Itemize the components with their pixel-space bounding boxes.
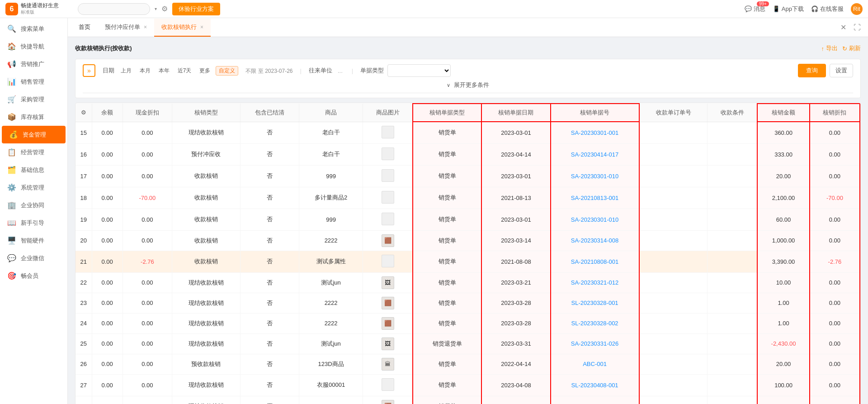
th-verify-discount: 核销折扣: [810, 104, 860, 122]
message-icon-area[interactable]: 💬 消息 99+: [745, 5, 765, 13]
tab-prepay[interactable]: 预付冲应付单 ×: [98, 19, 154, 37]
cell-row-num: 20: [75, 230, 92, 251]
cell-verify-type: 收款核销: [172, 165, 241, 187]
verify-num-link[interactable]: SA-20210808-001: [571, 258, 619, 265]
expand-more-button[interactable]: ∨ 展开更多条件: [447, 81, 489, 89]
verify-num-link[interactable]: SA-20210813-001: [571, 195, 619, 201]
bill-type-select[interactable]: [387, 64, 451, 77]
tab-fullscreen-icon[interactable]: ⛶: [852, 22, 863, 33]
top-search-input[interactable]: [78, 3, 150, 15]
setting-button[interactable]: 设置: [830, 64, 853, 77]
cell-verify-amount: 1.00: [757, 293, 810, 313]
sidebar-item-business[interactable]: 📋 经营管理: [0, 143, 67, 161]
date-option-this-month[interactable]: 本月: [137, 66, 153, 76]
cell-verify-type: 现结收款核销: [172, 293, 241, 313]
date-option-this-year[interactable]: 本年: [156, 66, 172, 76]
cell-row-num: 27: [75, 374, 92, 396]
industry-solution-button[interactable]: 休验行业方案: [172, 3, 220, 15]
cell-goods: 2222: [299, 396, 363, 404]
th-cash-discount: 现金折扣: [123, 104, 172, 122]
table-row: 26 0.00 0.00 预收款核销 否 123D商品 🏛 销货单 2022-0…: [75, 354, 860, 374]
tab-home[interactable]: 首页: [71, 19, 98, 37]
export-button[interactable]: ↑ 导出: [821, 44, 838, 52]
verify-num-link[interactable]: SA-20230331-026: [571, 340, 619, 347]
app-name: 畅捷通谱好生意: [21, 2, 59, 10]
sidebar-item-finance[interactable]: 💰 资金管理: [2, 126, 66, 143]
sidebar-item-member[interactable]: 🎯 畅会员: [0, 267, 67, 285]
sidebar-item-quicknav[interactable]: 🏠 快捷导航: [0, 38, 67, 55]
cell-verify-amount: 333.00: [757, 143, 810, 165]
cell-include-settled: 否: [240, 354, 299, 374]
refresh-button[interactable]: ↻ 刷新: [842, 44, 861, 52]
filter-expand-left[interactable]: »: [83, 64, 95, 77]
verify-num-link[interactable]: ABC-001: [583, 361, 607, 367]
query-button[interactable]: 查询: [798, 64, 826, 77]
th-goods: 商品: [299, 104, 363, 122]
date-option-last-month[interactable]: 上月: [118, 66, 134, 76]
verify-num-link[interactable]: SA-20230301-010: [571, 173, 619, 180]
cell-verify-bill-type: 销货单: [413, 143, 481, 165]
date-option-more[interactable]: 更多: [197, 66, 213, 76]
sidebar-item-hardware[interactable]: 🖥️ 智能硬件: [0, 232, 67, 249]
table-row: 21 0.00 -2.76 收款核销 否 测试多属性 销货单 2021-08-0…: [75, 251, 860, 272]
verify-num-link[interactable]: SL-20230408-001: [571, 382, 618, 389]
sidebar-item-basic[interactable]: 🗂️ 基础信息: [0, 161, 67, 179]
sidebar-item-system[interactable]: ⚙️ 系统管理: [0, 179, 67, 196]
sidebar-item-sales[interactable]: 📊 销售管理: [0, 73, 67, 90]
filter-partner-item: 往来单位 ...: [309, 67, 344, 75]
goods-image: [382, 169, 394, 182]
app-download-area[interactable]: 📱 App下载: [773, 5, 804, 13]
cell-balance: 0.00: [92, 230, 123, 251]
sidebar-item-marketing[interactable]: 📢 营销推广: [0, 55, 67, 73]
verify-num-link[interactable]: SA-20230301-001: [571, 129, 619, 136]
table-body: 15 0.00 0.00 现结收款核销 否 老白干 销货单 2023-03-01…: [75, 122, 860, 404]
verify-num-link[interactable]: SA-20230321-012: [571, 279, 619, 286]
app-download-label: App下载: [782, 5, 804, 13]
app-name-area: 畅捷通谱好生意 标准版: [21, 2, 59, 16]
tab-collection-close[interactable]: ×: [200, 24, 203, 30]
cell-receipt-cond: [708, 165, 757, 187]
online-service-area[interactable]: 🎧 在线客服: [811, 5, 844, 13]
cell-include-settled: 否: [240, 251, 299, 272]
th-receipt-order: 收款单订单号: [639, 104, 708, 122]
tab-prepay-close[interactable]: ×: [144, 24, 147, 30]
cell-verify-discount: 0.00: [810, 272, 860, 293]
verify-num-link[interactable]: SA-20230301-010: [571, 216, 619, 223]
cell-verify-type: 现结收款核销: [172, 374, 241, 396]
cell-row-num: 25: [75, 333, 92, 354]
sidebar-item-wechat[interactable]: 💬 企业微信: [0, 249, 67, 267]
cell-goods: 老白干: [299, 143, 363, 165]
settings-gear-icon[interactable]: ⚙: [161, 5, 168, 13]
verify-num-link[interactable]: SA-20230314-008: [571, 237, 619, 244]
sidebar-label-business: 经营管理: [21, 148, 44, 157]
cell-verify-discount: 0.00: [810, 374, 860, 396]
cell-include-settled: 否: [240, 374, 299, 396]
cell-goods: 测试多属性: [299, 251, 363, 272]
verify-num-link[interactable]: SL-20230328-002: [571, 320, 618, 327]
sidebar-item-purchase[interactable]: 🛒 采购管理: [0, 90, 67, 108]
sidebar-item-guide[interactable]: 📖 新手引导: [0, 214, 67, 232]
cell-cash-discount: 0.00: [123, 396, 172, 404]
goods-image: [382, 213, 394, 225]
sidebar-item-corp[interactable]: 🏢 企业协同: [0, 196, 67, 214]
sidebar-item-inventory[interactable]: 📦 库存核算: [0, 108, 67, 126]
table-row: 18 0.00 -70.00 收款核销 否 多计量商品2 销货单 2021-08…: [75, 187, 860, 209]
sidebar-item-search[interactable]: 🔍 搜索菜单: [0, 20, 67, 38]
date-option-custom[interactable]: 自定义: [216, 66, 238, 76]
cell-verify-num: SL-20230408-001: [551, 374, 639, 396]
tab-collection[interactable]: 收款核销执行 ×: [154, 19, 211, 37]
cell-verify-amount: -2,430.00: [757, 333, 810, 354]
search-dropdown-arrow[interactable]: ▾: [155, 6, 157, 11]
date-option-7days[interactable]: 近7天: [175, 66, 194, 76]
verify-num-link[interactable]: SA-20230414-017: [571, 151, 619, 158]
cell-receipt-cond: [708, 122, 757, 143]
cell-goods: 123D商品: [299, 354, 363, 374]
verify-num-link[interactable]: SL-20230328-001: [571, 299, 618, 306]
cell-receipt-cond: [708, 396, 757, 404]
tab-close-all-icon[interactable]: ✕: [839, 21, 848, 33]
filter-bill-type-item: 单据类型: [360, 64, 451, 77]
user-avatar[interactable]: Rit: [851, 3, 863, 15]
goods-image: 🏛: [382, 358, 394, 371]
column-gear-icon[interactable]: ⚙: [81, 109, 86, 116]
date-range-text: 不限 至 2023-07-26: [245, 67, 292, 75]
